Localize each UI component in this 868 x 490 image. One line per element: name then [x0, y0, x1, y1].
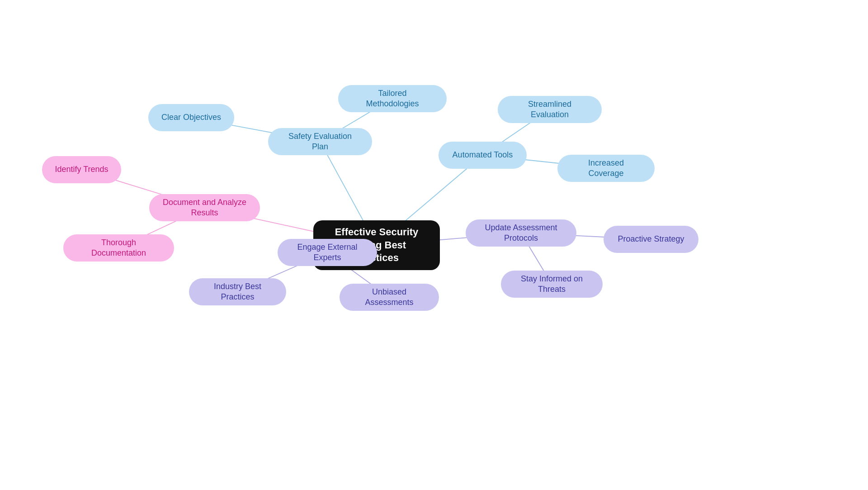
node-safety[interactable]: Safety Evaluation Plan — [268, 128, 372, 155]
node-thorough[interactable]: Thorough Documentation — [63, 234, 174, 262]
node-engage[interactable]: Engage External Experts — [278, 239, 377, 266]
node-update[interactable]: Update Assessment Protocols — [466, 219, 576, 247]
node-unbiased[interactable]: Unbiased Assessments — [340, 284, 439, 311]
node-identify[interactable]: Identify Trends — [42, 156, 121, 183]
node-proactive[interactable]: Proactive Strategy — [604, 226, 698, 253]
node-streamlined[interactable]: Streamlined Evaluation — [498, 96, 602, 123]
node-clear[interactable]: Clear Objectives — [148, 104, 234, 131]
node-informed[interactable]: Stay Informed on Threats — [501, 271, 603, 298]
node-industry[interactable]: Industry Best Practices — [189, 278, 286, 305]
node-automated[interactable]: Automated Tools — [439, 142, 527, 169]
node-increased[interactable]: Increased Coverage — [557, 155, 655, 182]
node-tailored[interactable]: Tailored Methodologies — [338, 85, 447, 112]
node-document[interactable]: Document and Analyze Results — [149, 194, 260, 221]
